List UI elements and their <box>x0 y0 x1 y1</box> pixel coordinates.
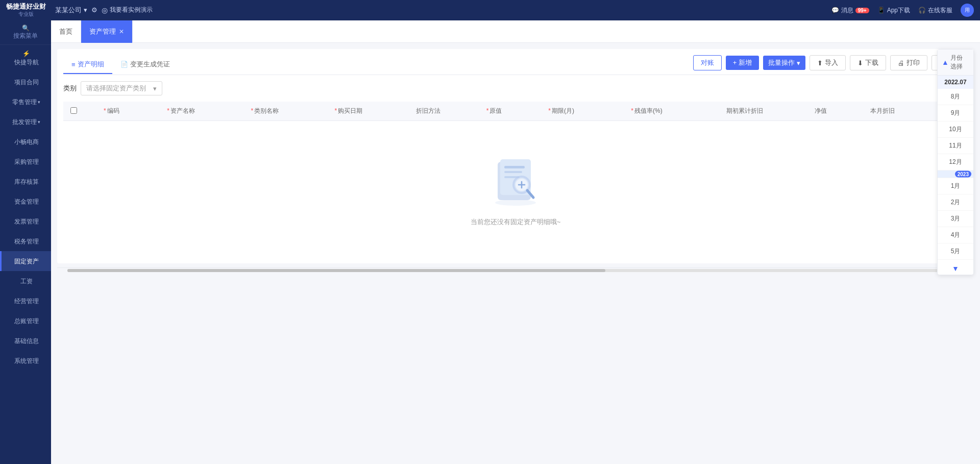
month-item-4[interactable]: 4月 <box>938 227 973 243</box>
sidebar-item-label: 系统管理 <box>5 357 48 365</box>
sidebar-item-system-management[interactable]: 系统管理 <box>0 351 51 371</box>
current-month-display[interactable]: 2022.07 <box>938 76 973 89</box>
dropdown-arrow-icon: ▾ <box>797 59 800 67</box>
scrollbar-thumb[interactable] <box>67 269 605 272</box>
month-item-10[interactable]: 10月 <box>938 121 973 138</box>
sidebar-item-salary[interactable]: 工资 <box>0 271 51 291</box>
asset-table-element: *编码 *资产名称 *类别名称 *购买日期 折旧方法 *原值 *期限(月) *残… <box>63 102 968 121</box>
tab-bar: 首页 资产管理 ✕ <box>51 20 980 43</box>
sidebar-item-fund-management[interactable]: 资金管理 <box>0 191 51 211</box>
app-edition: 专业版 <box>6 11 46 18</box>
sidebar-item-tax-management[interactable]: 税务管理 <box>0 231 51 251</box>
sidebar-item-retail-management[interactable]: 零售管理 ▾ <box>0 92 51 112</box>
reconcile-button[interactable]: 对账 <box>693 55 722 70</box>
month-item-12[interactable]: 12月 <box>938 154 973 170</box>
col-depreciation-method: 折旧方法 <box>390 102 467 121</box>
print-button[interactable]: 🖨 打印 <box>890 55 927 70</box>
category-filter-label: 类别 <box>63 84 77 93</box>
demo-button[interactable]: ◎ 我要看实例演示 <box>102 6 153 14</box>
sidebar-item-project-contract[interactable]: 项目合同 <box>0 72 51 92</box>
top-bar: 畅捷通好业财 专业版 某某公司 ▾ ⚙ ◎ 我要看实例演示 💬 消息 99+ 📱… <box>0 0 980 20</box>
empty-state: 当前您还没有固定资产明细哦~ <box>63 121 968 257</box>
month-item-3[interactable]: 3月 <box>938 211 973 227</box>
col-code: *编码 <box>84 102 139 121</box>
sidebar-item-general-ledger[interactable]: 总账管理 <box>0 311 51 331</box>
year-badge: 2023 <box>955 171 971 178</box>
mobile-icon: 📱 <box>877 7 885 14</box>
down-arrow-icon: ▼ <box>952 264 959 273</box>
download-label: 下载 <box>865 58 878 67</box>
sidebar-item-label: 批发管理 <box>12 118 37 127</box>
download-button[interactable]: ⬇ 下载 <box>850 55 886 70</box>
tab-home[interactable]: 首页 <box>51 20 81 43</box>
settings-button[interactable]: ⚙ <box>91 6 97 14</box>
online-service-button[interactable]: 🎧 在线客服 <box>918 6 952 15</box>
sidebar-item-quick-nav[interactable]: ⚡ 快捷导航 <box>0 45 51 72</box>
search-menu-button[interactable]: 🔍 搜索菜单 <box>0 20 51 45</box>
message-button[interactable]: 💬 消息 99+ <box>831 6 869 15</box>
select-all-checkbox[interactable] <box>70 107 77 114</box>
month-item-9[interactable]: 9月 <box>938 105 973 121</box>
select-arrow-icon: ▾ <box>153 85 157 92</box>
sub-tab-label: 资产明细 <box>78 60 104 69</box>
import-button[interactable]: ⬆ 导入 <box>810 55 846 70</box>
online-service-label: 在线客服 <box>928 6 952 15</box>
batch-operation-button[interactable]: 批量操作 ▾ <box>763 56 805 70</box>
tab-asset-management[interactable]: 资产管理 ✕ <box>81 20 133 43</box>
month-item-6[interactable]: 6月 <box>938 260 973 262</box>
filter-row: 类别 请选择固定资产类别 ▾ <box>63 81 968 95</box>
sidebar-item-purchase-management[interactable]: 采购管理 <box>0 152 51 172</box>
user-avatar[interactable]: 用 <box>961 4 974 17</box>
month-item-1[interactable]: 1月 <box>938 178 973 194</box>
col-original-value: *原值 <box>467 102 522 121</box>
month-panel-up-button[interactable]: ▲ <box>942 58 949 66</box>
sub-tab-change-voucher[interactable]: 📄 变更生成凭证 <box>112 56 178 74</box>
col-purchase-date: *购买日期 <box>307 102 390 121</box>
company-selector[interactable]: 某某公司 ▾ <box>55 6 87 15</box>
month-item-8[interactable]: 8月 <box>938 89 973 105</box>
sidebar-item-label: 项目合同 <box>5 78 48 87</box>
month-item-year-2023[interactable]: 2023 <box>938 170 973 178</box>
settings-icon: ⚙ <box>91 6 97 14</box>
month-item-2[interactable]: 2月 <box>938 194 973 211</box>
sub-tab-label: 变更生成凭证 <box>130 60 170 69</box>
sidebar-item-label: 工资 <box>5 277 48 286</box>
sub-tab-asset-detail[interactable]: ≡ 资产明细 <box>63 56 112 74</box>
main-card: ≡ 资产明细 📄 变更生成凭证 对账 + 新增 批量操作 ▾ <box>57 49 974 263</box>
batch-label: 批量操作 <box>768 58 795 67</box>
app-download-button[interactable]: 📱 App下载 <box>877 6 910 15</box>
import-icon: ⬆ <box>817 59 823 67</box>
download-icon: ⬇ <box>857 59 863 67</box>
category-select[interactable]: 请选择固定资产类别 ▾ <box>81 81 162 95</box>
search-icon: 🔍 <box>22 25 30 32</box>
add-button[interactable]: + 新增 <box>726 56 759 70</box>
sidebar-item-invoice-management[interactable]: 发票管理 <box>0 211 51 231</box>
horizontal-scrollbar[interactable] <box>57 267 974 273</box>
col-monthly-depreciation: 本月折旧 <box>844 102 920 121</box>
month-panel-down-button[interactable]: ▼ <box>938 262 973 275</box>
search-menu-label: 搜索菜单 <box>4 32 47 40</box>
message-icon: 💬 <box>831 7 839 14</box>
app-logo: 畅捷通好业财 专业版 <box>6 3 51 18</box>
quick-nav-icon: ⚡ <box>22 50 30 57</box>
sidebar-item-basic-info[interactable]: 基础信息 <box>0 331 51 351</box>
sidebar-item-mini-ecommerce[interactable]: 小畅电商 <box>0 132 51 152</box>
arrow-icon: ▾ <box>38 100 40 105</box>
toolbar-right: 对账 + 新增 批量操作 ▾ ⬆ 导入 ⬇ 下载 <box>693 55 968 75</box>
sidebar-item-label: 快捷导航 <box>5 58 48 67</box>
svg-point-0 <box>495 200 536 206</box>
sidebar-item-label: 税务管理 <box>5 237 48 246</box>
month-item-11[interactable]: 11月 <box>938 138 973 154</box>
tab-close-icon[interactable]: ✕ <box>119 28 124 35</box>
empty-icon <box>74 152 958 209</box>
month-item-5[interactable]: 5月 <box>938 243 973 260</box>
arrow-icon: ▾ <box>38 119 40 125</box>
select-all-header <box>63 102 84 121</box>
sidebar-item-inventory[interactable]: 库存核算 <box>0 172 51 191</box>
col-asset-name: *资产名称 <box>139 102 223 121</box>
sidebar-item-business-management[interactable]: 经营管理 <box>0 291 51 311</box>
sidebar-item-fixed-assets[interactable]: 固定资产 <box>0 251 51 271</box>
sidebar-item-wholesale-management[interactable]: 批发管理 ▾ <box>0 112 51 132</box>
company-name: 某某公司 <box>55 6 82 15</box>
asset-table: *编码 *资产名称 *类别名称 *购买日期 折旧方法 *原值 *期限(月) *残… <box>63 102 968 257</box>
